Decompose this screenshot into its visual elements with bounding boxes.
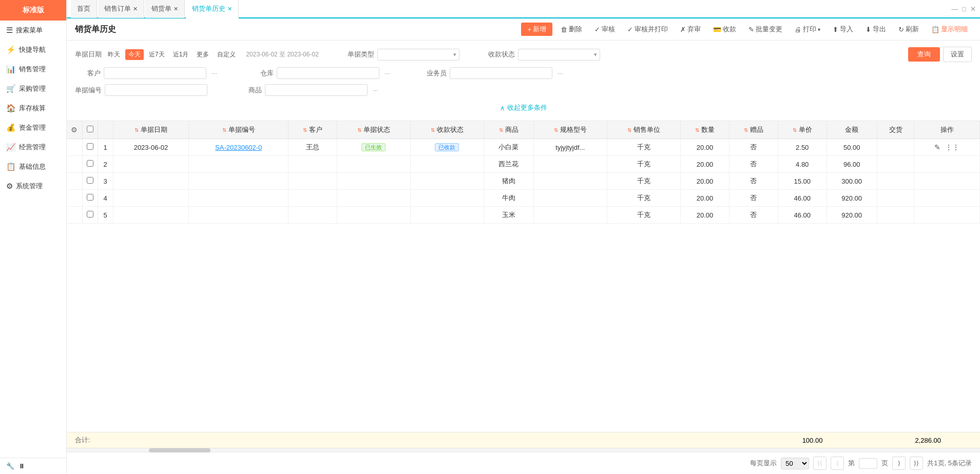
row-checkbox[interactable] bbox=[87, 194, 93, 201]
abandon-button[interactable]: ✗ 弃审 bbox=[676, 23, 705, 36]
col-customer[interactable]: ⇅ 客户 bbox=[288, 121, 337, 139]
row-action[interactable] bbox=[914, 156, 980, 173]
col-spec[interactable]: ⇅ 规格型号 bbox=[533, 121, 607, 139]
tab-home[interactable]: 首页 bbox=[71, 0, 97, 18]
col-docno[interactable]: ⇅ 单据编号 bbox=[189, 121, 289, 139]
sidebar-item-system[interactable]: ⚙ 系统管理 bbox=[0, 176, 66, 196]
row-checkbox[interactable] bbox=[87, 177, 93, 184]
sidebar-item-operations[interactable]: 📈 经营管理 bbox=[0, 137, 66, 157]
row-checkbox-cell[interactable] bbox=[82, 207, 98, 224]
col-qty[interactable]: ⇅ 数量 bbox=[681, 121, 729, 139]
tab-sales-order[interactable]: 销售订单 ✕ bbox=[98, 0, 144, 18]
audit-print-button[interactable]: ✓ 审核并打印 bbox=[623, 23, 672, 36]
row-action[interactable] bbox=[914, 173, 980, 190]
per-page-select[interactable]: 50 100 200 bbox=[781, 458, 809, 469]
date-shortcut-more[interactable]: 更多 bbox=[194, 49, 212, 60]
import-button[interactable]: ⬆ 导入 bbox=[829, 23, 857, 36]
row-action[interactable]: ✎ ⋮⋮ bbox=[914, 139, 980, 156]
customer-ellipsis[interactable]: ··· bbox=[209, 69, 219, 77]
col-unit[interactable]: ⇅ 销售单位 bbox=[607, 121, 680, 139]
date-shortcut-1month[interactable]: 近1月 bbox=[170, 49, 192, 60]
row-checkbox[interactable] bbox=[87, 143, 93, 150]
collapse-button[interactable]: ∧ 收起更多条件 bbox=[75, 101, 972, 114]
date-shortcut-today[interactable]: 今天 bbox=[125, 49, 144, 60]
batch-change-button[interactable]: ✎ 批量变更 bbox=[744, 23, 786, 36]
next-page-btn[interactable]: ⟩ bbox=[892, 457, 906, 470]
show-detail-button[interactable]: 📋 显示明细 bbox=[927, 23, 972, 36]
sidebar-item-inventory[interactable]: 🏠 库存核算 bbox=[0, 98, 66, 118]
sidebar-item-quick-nav[interactable]: ⚡ 快捷导航 bbox=[0, 40, 66, 60]
sidebar-item-search-menu[interactable]: ☰ 搜索菜单 bbox=[0, 21, 66, 40]
row-docno[interactable]: SA-20230602-0 bbox=[189, 139, 289, 156]
docno-input[interactable] bbox=[105, 84, 207, 96]
prev-page-btn[interactable]: ⟨ bbox=[831, 457, 844, 470]
col-pay-status[interactable]: ⇅ 收款状态 bbox=[410, 121, 484, 139]
edit-action-btn[interactable]: ✎ bbox=[933, 143, 942, 151]
last-page-btn[interactable]: ⟩⟩ bbox=[910, 457, 923, 470]
col-goods[interactable]: ⇅ 商品 bbox=[484, 121, 534, 139]
warehouse-ellipsis[interactable]: ··· bbox=[382, 69, 392, 77]
horizontal-scrollbar[interactable] bbox=[67, 448, 980, 452]
print-button[interactable]: 🖨 打印 ▾ bbox=[791, 23, 824, 36]
sidebar-item-sales-mgmt[interactable]: 📊 销售管理 bbox=[0, 60, 66, 79]
warehouse-input[interactable] bbox=[277, 67, 379, 79]
goods-ellipsis[interactable]: ··· bbox=[371, 86, 380, 94]
col-price[interactable]: ⇅ 单价 bbox=[778, 121, 827, 139]
sidebar-bottom-icon1[interactable]: 🔧 bbox=[6, 462, 14, 470]
tab-sales-history[interactable]: 销货单历史 ✕ bbox=[186, 0, 239, 18]
page-number-input[interactable]: 1 bbox=[859, 458, 877, 469]
salesperson-input[interactable] bbox=[450, 67, 552, 79]
sidebar-bottom-icon2[interactable]: ⏸ bbox=[18, 462, 25, 470]
date-shortcut-custom[interactable]: 自定义 bbox=[214, 49, 239, 60]
tab-sales-delivery[interactable]: 销货单 ✕ bbox=[145, 0, 185, 18]
goods-input[interactable] bbox=[265, 84, 368, 96]
select-all-checkbox[interactable] bbox=[87, 126, 93, 132]
sidebar-item-purchase-mgmt[interactable]: 🛒 采购管理 bbox=[0, 79, 66, 98]
col-gift[interactable]: ⇅ 赠品 bbox=[729, 121, 778, 139]
export-button[interactable]: ⬇ 导出 bbox=[861, 23, 890, 36]
col-settings[interactable]: ⚙ bbox=[67, 121, 82, 139]
close-window-btn[interactable]: ✕ bbox=[970, 5, 976, 13]
query-button[interactable]: 查询 bbox=[908, 47, 940, 62]
sidebar-item-basic-info[interactable]: 📋 基础信息 bbox=[0, 157, 66, 176]
doc-link[interactable]: SA-20230602-0 bbox=[215, 144, 262, 151]
date-shortcut-7days[interactable]: 近7天 bbox=[146, 49, 168, 60]
audit-button[interactable]: ✓ 审核 bbox=[590, 23, 619, 36]
row-action[interactable] bbox=[914, 207, 980, 224]
first-page-btn[interactable]: ⟨⟨ bbox=[813, 457, 827, 470]
row-docno[interactable] bbox=[189, 156, 289, 173]
inventory-icon: 🏠 bbox=[6, 104, 16, 113]
tab-sales-history-close[interactable]: ✕ bbox=[227, 6, 232, 12]
col-checkbox[interactable] bbox=[82, 121, 98, 139]
row-docno[interactable] bbox=[189, 207, 289, 224]
tab-sales-order-close[interactable]: ✕ bbox=[133, 6, 138, 12]
sidebar-item-finance[interactable]: 💰 资金管理 bbox=[0, 118, 66, 137]
new-button[interactable]: + 新增 bbox=[521, 23, 552, 36]
more-action-btn[interactable]: ⋮⋮ bbox=[944, 143, 961, 151]
row-checkbox[interactable] bbox=[87, 160, 93, 167]
delete-button[interactable]: 🗑 删除 bbox=[556, 23, 586, 36]
tab-sales-delivery-close[interactable]: ✕ bbox=[174, 6, 178, 12]
customer-input[interactable] bbox=[104, 67, 206, 79]
date-shortcut-yesterday[interactable]: 昨天 bbox=[105, 49, 123, 60]
settings-gear-icon[interactable]: ⚙ bbox=[71, 126, 78, 134]
col-doc-status[interactable]: ⇅ 单据状态 bbox=[337, 121, 410, 139]
pay-status-select[interactable] bbox=[518, 49, 600, 61]
row-docno[interactable] bbox=[189, 190, 289, 207]
minimize-btn[interactable]: — bbox=[951, 5, 958, 13]
row-action[interactable] bbox=[914, 190, 980, 207]
salesperson-ellipsis[interactable]: ··· bbox=[555, 69, 565, 77]
maximize-btn[interactable]: □ bbox=[962, 5, 966, 13]
settings-button[interactable]: 设置 bbox=[943, 47, 972, 62]
refresh-button[interactable]: ↻ 刷新 bbox=[894, 23, 923, 36]
row-checkbox-cell[interactable] bbox=[82, 173, 98, 190]
col-date[interactable]: ⇅ 单据日期 bbox=[113, 121, 189, 139]
row-checkbox-cell[interactable] bbox=[82, 139, 98, 156]
row-checkbox[interactable] bbox=[87, 211, 93, 218]
row-checkbox-cell[interactable] bbox=[82, 190, 98, 207]
collect-button[interactable]: 💳 收款 bbox=[709, 23, 740, 36]
row-docno[interactable] bbox=[189, 173, 289, 190]
scrollbar-thumb[interactable] bbox=[149, 448, 210, 452]
doc-type-select[interactable] bbox=[377, 49, 459, 61]
row-checkbox-cell[interactable] bbox=[82, 156, 98, 173]
